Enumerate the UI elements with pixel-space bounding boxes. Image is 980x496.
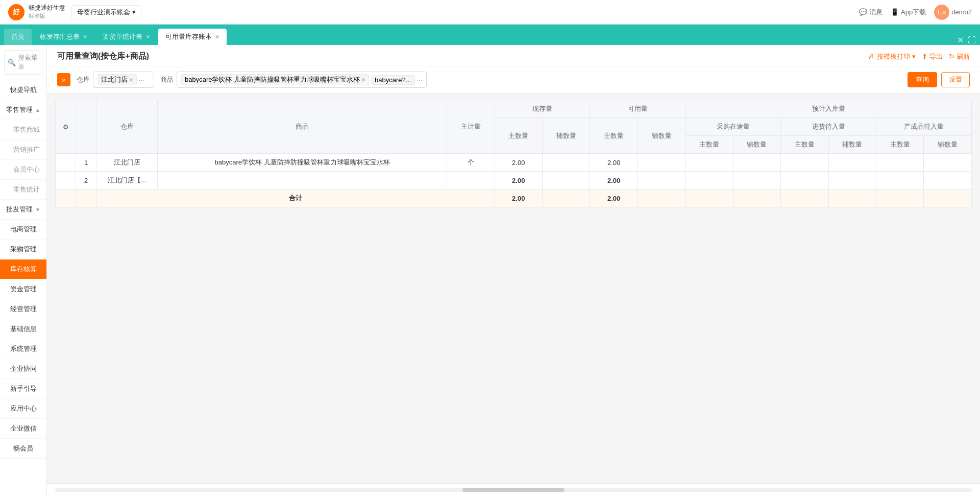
sidebar-item-app-center[interactable]: 应用中心 <box>0 399 46 419</box>
th-main-unit: 主计量 <box>447 100 495 154</box>
sidebar-item-label-marketing: 营销推广 <box>13 146 40 153</box>
sidebar-item-enterprise[interactable]: 企业协同 <box>0 359 46 379</box>
app-download-button[interactable]: 📱 App下载 <box>891 8 926 17</box>
refresh-icon: ↻ <box>949 53 954 60</box>
row2-avail-aux <box>638 172 685 190</box>
total-stock-main: 2.00 <box>495 190 542 207</box>
tab-available[interactable]: 可用量库存账本 ✕ <box>158 29 227 45</box>
sidebar: 🔍 搜索菜单 快捷导航 零售管理 ▲ 零售商城 营销推广 会员中心 零售统计 批… <box>0 45 47 496</box>
row1-index: 1 <box>76 154 96 172</box>
sidebar-item-label-finance: 资金管理 <box>10 285 37 293</box>
sidebar-item-system[interactable]: 系统管理 <box>0 339 46 359</box>
sidebar-item-retail-stats[interactable]: 零售统计 <box>0 180 46 200</box>
table-container[interactable]: ⚙ 仓库 商品 主计量 现存量 可用量 预计入库量 主数量 辅数量 主数量 辅数… <box>47 93 980 483</box>
sidebar-item-enterprise-wechat[interactable]: 企业微信 <box>0 419 46 439</box>
sidebar-item-member2[interactable]: 畅会员 <box>0 439 46 459</box>
total-label: 合计 <box>96 190 495 207</box>
th-avail-aux: 辅数量 <box>638 118 685 154</box>
sidebar-item-member[interactable]: 会员中心 <box>0 160 46 180</box>
logo-area: 好 畅捷通好生意 标准版 <box>8 4 65 20</box>
sidebar-item-label-system: 系统管理 <box>10 345 37 352</box>
tab-receive-close[interactable]: ✕ <box>83 34 87 40</box>
user-avatar-area[interactable]: Ea demo2 <box>934 5 972 20</box>
sidebar-item-ecommerce[interactable]: 电商管理 <box>0 220 46 240</box>
tab-home[interactable]: 首页 <box>4 29 32 45</box>
filter-bar: » 仓库 江北门店 ✕ ··· 商品 babycare学饮杯 儿童防摔防撞吸管杯… <box>47 66 980 93</box>
row2-stock-aux <box>542 172 590 190</box>
top-bar-left: 好 畅捷通好生意 标准版 母婴行业演示账套 ▾ <box>8 4 141 20</box>
main-layout: 🔍 搜索菜单 快捷导航 零售管理 ▲ 零售商城 营销推广 会员中心 零售统计 批… <box>0 45 980 496</box>
sidebar-item-wholesale[interactable]: 批发管理 ▼ <box>0 200 46 220</box>
total-fin-pend-main <box>876 190 924 207</box>
sidebar-item-retail[interactable]: 零售管理 ▲ <box>0 100 46 120</box>
export-button[interactable]: ⬆ 导出 <box>922 52 943 61</box>
template-print-button[interactable]: 🖨 按模板打印 ▾ <box>868 52 916 61</box>
table-footer <box>47 483 980 496</box>
horizontal-scrollbar-track[interactable] <box>55 488 972 492</box>
horizontal-scrollbar-thumb[interactable] <box>462 488 565 492</box>
chevron-up-icon: ▲ <box>35 107 40 113</box>
refresh-label: 刷新 <box>957 52 970 61</box>
sidebar-item-retail-mall[interactable]: 零售商城 <box>0 120 46 140</box>
sidebar-item-finance[interactable]: 资金管理 <box>0 279 46 299</box>
tab-available-close[interactable]: ✕ <box>215 34 219 40</box>
sidebar-item-marketing[interactable]: 营销推广 <box>0 140 46 160</box>
logo-text-area: 畅捷通好生意 标准版 <box>29 4 65 20</box>
avatar: Ea <box>934 5 949 20</box>
tab-order[interactable]: 要货单统计表 ✕ <box>95 29 157 45</box>
sidebar-item-operations[interactable]: 经营管理 <box>0 299 46 319</box>
th-fin-pend-aux: 辅数量 <box>924 136 972 154</box>
warehouse-tag-close[interactable]: ✕ <box>129 77 133 83</box>
logo-icon: 好 <box>8 4 24 20</box>
total-goods-pend-aux <box>828 190 876 207</box>
message-button[interactable]: 💬 消息 <box>859 8 883 17</box>
product-tag1-text: babycare学饮杯 儿童防摔防撞吸管杯重力球吸嘴杯宝宝水杯 <box>185 75 360 84</box>
sidebar-search-button[interactable]: 🔍 搜索菜单 <box>4 50 42 75</box>
th-pur-transit: 采购在途量 <box>685 118 781 136</box>
th-fin-pend: 产成品待入量 <box>876 118 972 136</box>
query-button[interactable]: 查询 <box>908 72 937 87</box>
sidebar-item-inventory[interactable]: 库存核算 <box>0 259 46 279</box>
settings-button[interactable]: 设置 <box>941 72 970 87</box>
row1-pur-transit-main <box>685 154 733 172</box>
sidebar-item-newbie[interactable]: 新手引导 <box>0 379 46 399</box>
product-tag1-close[interactable]: ✕ <box>361 77 365 83</box>
total-row: 合计 2.00 2.00 <box>56 190 972 207</box>
th-settings[interactable]: ⚙ <box>56 100 76 154</box>
row2-product <box>158 172 447 190</box>
nav-tabs: 首页 收发存汇总表 ✕ 要货单统计表 ✕ 可用量库存账本 ✕ ✕ ⛶ <box>0 25 980 45</box>
row2-fin-pend-main <box>876 172 924 190</box>
product-more-dots[interactable]: ··· <box>417 76 423 84</box>
chevron-down-icon: ▾ <box>132 8 136 16</box>
tab-order-close[interactable]: ✕ <box>145 34 150 40</box>
row2-stock-main: 2.00 <box>495 172 542 190</box>
message-icon: 💬 <box>859 8 867 16</box>
warehouse-more-dots[interactable]: ··· <box>139 76 144 84</box>
sidebar-item-label-retail: 零售管理 <box>6 105 33 114</box>
filter-expand-button[interactable]: » <box>57 73 70 86</box>
sidebar-item-purchase[interactable]: 采购管理 <box>0 240 46 259</box>
row2-pur-transit-aux <box>733 172 780 190</box>
warehouse-tag-text: 江北门店 <box>101 75 128 84</box>
product-filter-box[interactable]: babycare学饮杯 儿童防摔防撞吸管杯重力球吸嘴杯宝宝水杯 ✕ babyca… <box>177 72 427 88</box>
th-forecast-in-group: 预计入库量 <box>685 100 972 118</box>
logo-text: 畅捷通好生意 <box>29 4 65 12</box>
industry-selector[interactable]: 母婴行业演示账套 ▾ <box>71 5 141 19</box>
tab-receive[interactable]: 收发存汇总表 ✕ <box>33 29 94 45</box>
sidebar-item-label-member: 会员中心 <box>13 166 40 173</box>
data-table: ⚙ 仓库 商品 主计量 现存量 可用量 预计入库量 主数量 辅数量 主数量 辅数… <box>55 100 972 207</box>
th-stock-aux: 辅数量 <box>542 118 590 154</box>
warehouse-filter-box[interactable]: 江北门店 ✕ ··· <box>93 72 154 88</box>
refresh-button[interactable]: ↻ 刷新 <box>949 52 970 61</box>
row1-goods-pend-aux <box>828 154 876 172</box>
fullscreen-icon[interactable]: ⛶ <box>968 36 976 45</box>
tab-order-label: 要货单统计表 <box>103 32 142 41</box>
row2-settings <box>56 172 76 190</box>
search-icon: 🔍 <box>8 59 16 66</box>
sidebar-item-basics[interactable]: 基础信息 <box>0 319 46 339</box>
sidebar-item-quick-nav[interactable]: 快捷导航 <box>0 80 46 100</box>
close-all-icon[interactable]: ✕ <box>957 35 964 45</box>
th-goods-pend-main: 主数量 <box>781 136 828 154</box>
total-avail-main: 2.00 <box>590 190 638 207</box>
th-pur-transit-aux: 辅数量 <box>733 136 780 154</box>
